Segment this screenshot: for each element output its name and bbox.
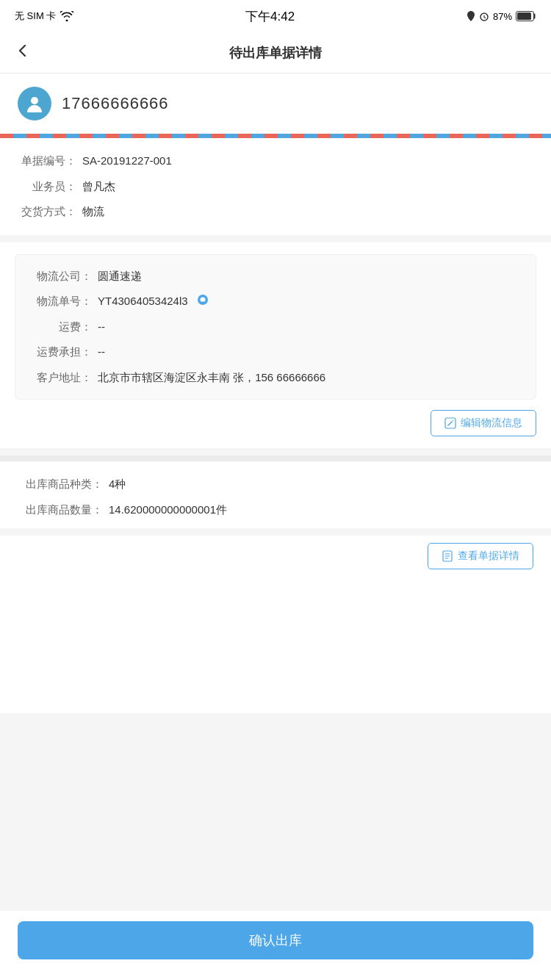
document-number-label: 单据编号： bbox=[18, 153, 76, 170]
page-title: 待出库单据详情 bbox=[229, 44, 322, 62]
person-icon bbox=[24, 93, 45, 114]
user-header: 17666666666 bbox=[0, 73, 551, 134]
battery-icon bbox=[516, 11, 536, 21]
address-row: 客户地址： 北京市市辖区海淀区永丰南 张，156 66666666 bbox=[30, 370, 521, 386]
carrier-text: 无 SIM 卡 bbox=[15, 10, 56, 23]
view-detail-area: 查看单据详情 bbox=[0, 536, 551, 581]
freight-value: -- bbox=[98, 319, 521, 336]
edit-icon bbox=[444, 417, 456, 429]
goods-type-row: 出库商品种类： 4种 bbox=[18, 476, 533, 493]
address-value: 北京市市辖区海淀区永丰南 张，156 66666666 bbox=[98, 370, 521, 386]
gray-divider bbox=[0, 455, 551, 461]
edit-logistics-button[interactable]: 编辑物流信息 bbox=[431, 410, 536, 436]
tracking-number-row: 物流单号： YT43064053424l3 bbox=[30, 293, 521, 310]
avatar bbox=[18, 87, 51, 120]
sales-rep-value: 曾凡杰 bbox=[82, 179, 533, 195]
logistics-company-value: 圆通速递 bbox=[98, 268, 521, 285]
document-icon bbox=[442, 550, 453, 562]
address-label: 客户地址： bbox=[30, 370, 92, 386]
edit-logistics-area: 编辑物流信息 bbox=[15, 410, 536, 436]
freight-bearer-row: 运费承担： -- bbox=[30, 344, 521, 361]
delivery-method-value: 物流 bbox=[82, 203, 533, 220]
logistics-company-row: 物流公司： 圆通速递 bbox=[30, 268, 521, 285]
bottom-bar: 确认出库 bbox=[0, 911, 551, 980]
location-active-icon bbox=[467, 11, 475, 21]
freight-label: 运费： bbox=[30, 319, 92, 336]
freight-bearer-value: -- bbox=[98, 344, 521, 361]
empty-space bbox=[0, 581, 551, 713]
goods-quantity-value: 14.620000000000001件 bbox=[109, 502, 533, 519]
sales-rep-label: 业务员： bbox=[18, 179, 76, 195]
freight-row: 运费： -- bbox=[30, 319, 521, 336]
logistics-section: 物流公司： 圆通速递 物流单号： YT43064053424l3 bbox=[0, 242, 551, 449]
order-info-section: 单据编号： SA-20191227-001 业务员： 曾凡杰 交货方式： 物流 bbox=[0, 138, 551, 235]
status-carrier: 无 SIM 卡 bbox=[15, 10, 73, 23]
nav-bar: 待出库单据详情 bbox=[0, 32, 551, 73]
wifi-icon bbox=[60, 11, 73, 21]
tracking-location-icon[interactable] bbox=[195, 293, 210, 309]
view-detail-button[interactable]: 查看单据详情 bbox=[428, 543, 533, 569]
battery-text: 87% bbox=[493, 11, 512, 22]
svg-point-3 bbox=[31, 97, 38, 104]
user-phone: 17666666666 bbox=[62, 94, 169, 113]
alarm-icon bbox=[479, 11, 489, 21]
svg-rect-2 bbox=[517, 12, 531, 20]
goods-type-label: 出库商品种类： bbox=[18, 476, 103, 493]
delivery-method-label: 交货方式： bbox=[18, 203, 76, 220]
status-right: 87% bbox=[467, 11, 536, 22]
back-button[interactable] bbox=[15, 43, 31, 63]
sales-rep-row: 业务员： 曾凡杰 bbox=[18, 179, 533, 195]
tracking-number-label: 物流单号： bbox=[30, 293, 92, 310]
logistics-company-label: 物流公司： bbox=[30, 268, 92, 285]
tracking-number-value: YT43064053424l3 bbox=[98, 293, 521, 310]
goods-info-section: 出库商品种类： 4种 出库商品数量： 14.620000000000001件 bbox=[0, 461, 551, 528]
goods-quantity-row: 出库商品数量： 14.620000000000001件 bbox=[18, 502, 533, 519]
freight-bearer-label: 运费承担： bbox=[30, 344, 92, 361]
delivery-method-row: 交货方式： 物流 bbox=[18, 203, 533, 220]
svg-point-5 bbox=[200, 298, 205, 303]
logistics-card: 物流公司： 圆通速递 物流单号： YT43064053424l3 bbox=[15, 254, 536, 400]
confirm-outbound-button[interactable]: 确认出库 bbox=[18, 921, 533, 959]
goods-quantity-label: 出库商品数量： bbox=[18, 502, 103, 519]
status-time: 下午4:42 bbox=[245, 8, 295, 25]
document-number-value: SA-20191227-001 bbox=[82, 153, 533, 170]
goods-type-value: 4种 bbox=[109, 476, 533, 493]
dashed-divider bbox=[0, 134, 551, 138]
document-number-row: 单据编号： SA-20191227-001 bbox=[18, 153, 533, 170]
status-bar: 无 SIM 卡 下午4:42 87% bbox=[0, 0, 551, 32]
